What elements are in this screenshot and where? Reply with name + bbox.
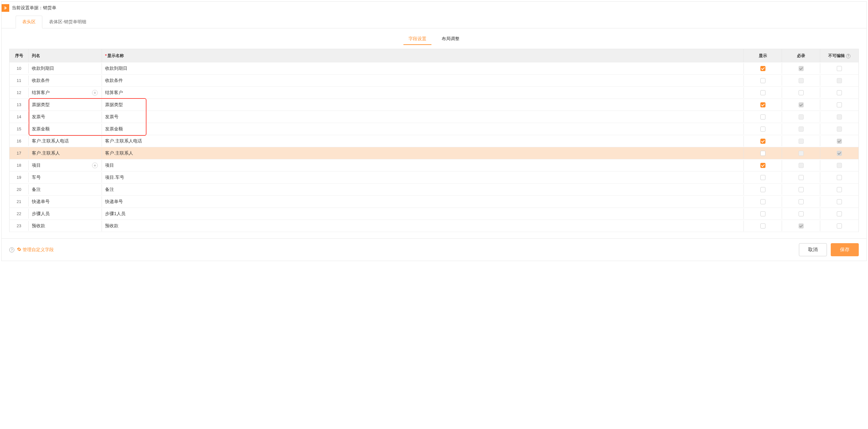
cell-name: 客户.主联系人	[29, 148, 102, 159]
show-checkbox[interactable]	[761, 102, 766, 107]
cell-seq: 20	[9, 184, 29, 194]
no-edit-checkbox[interactable]	[837, 199, 842, 204]
show-checkbox[interactable]	[761, 163, 766, 168]
show-cell	[744, 99, 782, 110]
required-cell	[782, 172, 820, 182]
cell-display-name[interactable]: 发票号	[102, 112, 744, 122]
show-checkbox[interactable]	[761, 175, 766, 180]
no-edit-checkbox[interactable]	[837, 211, 842, 217]
show-cell	[744, 148, 782, 159]
no-edit-cell	[820, 75, 859, 86]
cell-seq: 14	[9, 112, 29, 122]
expand-icon[interactable]	[2, 4, 9, 12]
cell-display-name[interactable]: 项目.车号	[102, 172, 744, 183]
th-display-text: 显示名称	[107, 53, 124, 58]
cancel-button[interactable]: 取消	[799, 243, 827, 256]
table-row: 11收款条件收款条件	[9, 75, 859, 87]
cell-seq: 18	[9, 160, 29, 170]
required-checkbox	[799, 163, 804, 168]
table-row: 17客户.主联系人客户.主联系人	[9, 147, 859, 160]
no-edit-checkbox[interactable]	[837, 90, 842, 95]
cell-display-name[interactable]: 快递单号	[102, 196, 744, 207]
required-cell	[782, 136, 820, 146]
required-checkbox[interactable]	[799, 211, 804, 217]
no-edit-cell	[820, 136, 859, 146]
cell-display-name[interactable]: 结算客户	[102, 87, 744, 98]
show-checkbox[interactable]	[761, 139, 766, 144]
cell-display-name[interactable]: 发票金额	[102, 124, 744, 135]
plus-icon[interactable]: +	[92, 90, 98, 96]
footer-left: ? 管理自定义字段	[9, 247, 54, 253]
manage-custom-fields-link[interactable]: 管理自定义字段	[23, 247, 54, 253]
show-cell	[744, 136, 782, 146]
table-row: 20备注备注	[9, 183, 859, 196]
tab-body-area[interactable]: 表体区-销货单明细	[42, 16, 93, 28]
cell-seq: 19	[9, 172, 29, 182]
cell-display-name[interactable]: 客户.主联系人电话	[102, 136, 744, 147]
no-edit-checkbox[interactable]	[837, 66, 842, 71]
no-edit-checkbox[interactable]	[837, 187, 842, 192]
no-edit-checkbox	[837, 163, 842, 168]
sub-tab-field-settings[interactable]: 字段设置	[403, 33, 431, 45]
show-checkbox[interactable]	[761, 78, 766, 83]
show-checkbox[interactable]	[761, 199, 766, 204]
required-checkbox[interactable]	[799, 90, 804, 95]
cell-seq: 17	[9, 148, 29, 158]
required-cell	[782, 124, 820, 134]
no-edit-cell	[820, 124, 859, 134]
current-doc-label: 当前设置单据：销货单	[12, 5, 56, 11]
no-edit-cell	[820, 63, 859, 74]
show-checkbox[interactable]	[761, 151, 766, 156]
required-checkbox[interactable]	[799, 187, 804, 192]
tabs: 表头区 表体区-销货单明细	[2, 16, 866, 28]
required-checkbox[interactable]	[799, 199, 804, 204]
no-edit-cell	[820, 160, 859, 171]
required-checkbox	[799, 102, 804, 107]
table-body: 10收款到期日收款到期日11收款条件收款条件12结算客户+结算客户13票据类型票…	[9, 62, 859, 232]
cell-name: 结算客户+	[29, 87, 102, 98]
table-row: 23预收款预收款	[9, 220, 859, 232]
sub-tabs: 字段设置 布局调整	[2, 28, 866, 45]
show-checkbox[interactable]	[761, 223, 766, 229]
gear-icon	[17, 247, 21, 252]
cell-name: 发票金额	[29, 124, 102, 135]
required-checkbox[interactable]	[799, 175, 804, 180]
th-no-edit-text: 不可编辑	[828, 53, 845, 58]
question-icon[interactable]: ?	[9, 247, 14, 252]
show-checkbox[interactable]	[761, 187, 766, 192]
show-cell	[744, 63, 782, 74]
cell-display-name[interactable]: 步骤1人员	[102, 208, 744, 219]
show-checkbox[interactable]	[761, 114, 766, 119]
show-cell	[744, 87, 782, 98]
cell-display-name[interactable]: 收款到期日	[102, 63, 744, 74]
show-checkbox[interactable]	[761, 90, 766, 95]
show-checkbox[interactable]	[761, 126, 766, 132]
cell-display-name[interactable]: 收款条件	[102, 75, 744, 86]
cell-display-name[interactable]: 客户.主联系人	[102, 148, 744, 159]
required-checkbox	[799, 114, 804, 119]
save-button[interactable]: 保存	[831, 243, 859, 256]
show-checkbox[interactable]	[761, 211, 766, 217]
no-edit-cell	[820, 148, 859, 159]
cell-display-name[interactable]: 项目	[102, 160, 744, 171]
table-row: 15发票金额发票金额	[9, 123, 859, 135]
tab-header-area[interactable]: 表头区	[16, 16, 42, 28]
cell-seq: 22	[9, 209, 29, 219]
required-cell	[782, 148, 820, 159]
show-cell	[744, 75, 782, 86]
help-icon[interactable]: ?	[846, 54, 850, 58]
required-checkbox	[799, 223, 804, 229]
cell-display-name[interactable]: 备注	[102, 184, 744, 195]
th-show: 显示	[744, 49, 782, 62]
th-no-edit: 不可编辑?	[820, 49, 859, 62]
cell-display-name[interactable]: 票据类型	[102, 99, 744, 110]
plus-icon[interactable]: +	[92, 163, 98, 168]
show-checkbox[interactable]	[761, 66, 766, 71]
no-edit-checkbox[interactable]	[837, 102, 842, 107]
sub-tab-layout[interactable]: 布局调整	[437, 33, 465, 45]
no-edit-checkbox[interactable]	[837, 223, 842, 229]
no-edit-checkbox	[837, 126, 842, 132]
cell-display-name[interactable]: 预收款	[102, 221, 744, 231]
cell-name: 备注	[29, 184, 102, 195]
no-edit-checkbox[interactable]	[837, 175, 842, 180]
